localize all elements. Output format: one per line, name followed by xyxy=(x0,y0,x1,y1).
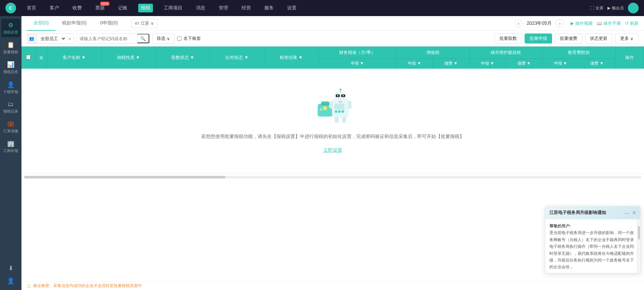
sidebar: ⚙ 报税设置 📋 批量报税 📊 报税总览 👤 个税申报 🗂 报税记录 💼 汇算清… xyxy=(0,16,21,290)
batch-fetch-button[interactable]: 批量取数 xyxy=(494,33,522,44)
next-month-button[interactable]: › xyxy=(556,19,564,27)
svg-rect-19 xyxy=(348,101,352,109)
filter-icon-11[interactable]: ▼ xyxy=(563,61,567,66)
manual-icon: 📖 xyxy=(597,21,602,26)
tab-zero-declare[interactable]: 0申报(0) xyxy=(93,16,124,31)
month-navigator: ‹ 2023年05月 › xyxy=(515,19,564,27)
th-city-pay: 缴费 ▼ xyxy=(506,59,542,69)
notification-title: 江苏电子税务局升级影响通知 xyxy=(549,210,625,216)
sidebar-item-batch-tax[interactable]: 📋 批量报税 xyxy=(1,39,20,57)
notification-scrollbar[interactable] xyxy=(637,219,640,273)
data-table: ⚙ 客户名称 ▼ 纳税性质 ▼ 取数状态 ▼ xyxy=(21,47,644,173)
th-city-construction: 城市维护建设税 xyxy=(469,47,542,59)
th-vat: 增值税 xyxy=(396,47,470,59)
notification-minimize-button[interactable]: — xyxy=(625,210,629,216)
nav-settings[interactable]: 设置 xyxy=(284,4,299,12)
filter-icon-8[interactable]: ▼ xyxy=(453,61,458,66)
region-icon: 🏷 xyxy=(135,21,139,26)
select-dropdown-icon: ∨ xyxy=(66,36,73,41)
employee-icon: 👥 xyxy=(27,34,37,43)
nav-invoice[interactable]: 票据 xyxy=(93,4,107,12)
filter-icon-7[interactable]: ▼ xyxy=(417,61,421,66)
sidebar-item-annual-report[interactable]: 🏢 工商年报 xyxy=(1,137,20,156)
svg-point-12 xyxy=(339,89,341,90)
sidebar-item-annual-settlement[interactable]: 💼 汇算清缴 xyxy=(1,118,20,136)
nav-client[interactable]: 客户 xyxy=(47,4,62,12)
search-input[interactable] xyxy=(77,36,137,41)
tax-settings-icon: ⚙ xyxy=(8,21,13,29)
horizontal-scrollbar[interactable] xyxy=(21,173,644,180)
refresh-link[interactable]: ↺ 刷新 xyxy=(625,20,639,26)
filter-button[interactable]: 筛选 ∨ xyxy=(152,33,174,44)
batch-declare-button[interactable]: 批量申报 xyxy=(525,33,552,44)
th-edu-declare: 申报 ▼ xyxy=(542,59,579,69)
filter-icon-10[interactable]: ▼ xyxy=(527,61,531,66)
th-tax-nature: 纳税性质 ▼ xyxy=(101,47,156,69)
tab-tax-declare[interactable]: 税款申报(0) xyxy=(55,16,93,31)
nav-home[interactable]: 首页 xyxy=(24,4,39,12)
nav-accounting[interactable]: 记账 xyxy=(115,4,130,12)
svg-rect-13 xyxy=(339,101,342,103)
notification-body: 尊敬的用户: 受当前电子税务局进一步升级的影响，同一个政务网账号（办税人）名下的… xyxy=(545,219,640,273)
status-update-button[interactable]: 状态更新 xyxy=(585,33,612,44)
video-icon: ▶ xyxy=(571,21,574,26)
account-checkbox[interactable] xyxy=(177,37,181,41)
toolbar: 👥 全部员工 ∨ 🔍 筛选 ∨ 名下账套 批量取 xyxy=(21,31,644,47)
user-avatar[interactable] xyxy=(628,3,639,13)
region-selector[interactable]: 🏷 江苏 ∨ xyxy=(131,19,158,28)
notification-close-button[interactable]: ✕ xyxy=(632,210,636,216)
nav-operations[interactable]: 经营 xyxy=(239,4,254,12)
nav-billing[interactable]: 收费 xyxy=(70,4,85,12)
th-fetch-status: 取数状态 ▼ xyxy=(156,47,210,69)
th-education-extra: 教育费附加 xyxy=(542,47,615,59)
notification-text: 受当前电子税务局进一步升级的影响，同一个政务网账号（办税人）名下的企业不能再同时… xyxy=(549,230,634,269)
search-button[interactable]: 🔍 xyxy=(137,34,149,43)
nav-tax[interactable]: 报税 xyxy=(138,4,153,12)
filter-icon-3[interactable]: ▼ xyxy=(190,55,194,60)
fullscreen-icon: ⛶ xyxy=(590,6,594,10)
refresh-icon: ↺ xyxy=(625,21,629,26)
member-icon: ▶ xyxy=(607,6,610,10)
nav-management[interactable]: 管理 xyxy=(216,4,231,12)
nav-service[interactable]: 服务 xyxy=(262,4,276,12)
filter-icon-12[interactable]: ▼ xyxy=(600,61,604,66)
svg-rect-14 xyxy=(334,103,344,110)
th-finance-declare: 申报 ▼ xyxy=(318,59,396,69)
filter-icon-5[interactable]: ▼ xyxy=(299,55,303,60)
filter-icon[interactable]: ▼ xyxy=(82,55,86,60)
filter-icon-9[interactable]: ▼ xyxy=(490,61,494,66)
nav-message[interactable]: 消息 xyxy=(193,4,208,12)
sidebar-item-personal-tax[interactable]: 👤 个税申报 xyxy=(1,78,20,97)
filter-icon-6[interactable]: ▼ xyxy=(360,61,364,66)
user-icon: 👤 xyxy=(7,277,14,285)
svg-rect-18 xyxy=(329,101,333,109)
filter-icon-2[interactable]: ▼ xyxy=(136,55,140,60)
annual-report-icon: 🏢 xyxy=(7,140,14,147)
tabs-bar: 全部(0) 税款申报(0) 0申报(0) 🏷 江苏 ∨ ‹ 2023年05月 ›… xyxy=(21,16,644,31)
setup-link[interactable]: 立即设置 xyxy=(323,147,342,153)
operation-manual-link[interactable]: 📖 操作手册 xyxy=(597,20,621,26)
tab-all[interactable]: 全部(0) xyxy=(27,16,55,31)
member-button[interactable]: ▶ 畅会员 xyxy=(607,5,624,11)
employee-select-group[interactable]: 👥 全部员工 ∨ xyxy=(27,33,74,44)
select-all-checkbox[interactable] xyxy=(26,55,31,59)
sidebar-item-tax-settings[interactable]: ⚙ 报税设置 xyxy=(1,19,20,37)
batch-pay-button[interactable]: 批量缴费 xyxy=(555,33,582,44)
more-button[interactable]: 更多 ∨ xyxy=(615,33,639,44)
sidebar-item-user[interactable]: 👤 xyxy=(1,275,20,287)
filter-icon-4[interactable]: ▼ xyxy=(244,55,249,60)
batch-tax-icon: 📋 xyxy=(7,41,14,49)
employee-select[interactable]: 全部员工 xyxy=(37,34,66,43)
prev-month-button[interactable]: ‹ xyxy=(515,19,523,27)
sidebar-item-tax-records[interactable]: 🗂 报税记录 xyxy=(1,98,20,116)
sidebar-item-download[interactable]: ⬇ xyxy=(1,262,20,275)
filter-chevron-icon: ∨ xyxy=(167,36,170,41)
th-settings: ⚙ xyxy=(35,47,47,69)
operation-video-link[interactable]: ▶ 操作视频 xyxy=(571,20,593,26)
sidebar-item-tax-overview[interactable]: 📊 报税总览 xyxy=(1,58,20,77)
settings-icon[interactable]: ⚙ xyxy=(39,55,43,60)
nav-business[interactable]: 工商项目 xyxy=(161,4,185,12)
fullscreen-button[interactable]: ⛶ 全屏 xyxy=(590,5,603,11)
checkbox-group: 名下账套 xyxy=(177,35,201,42)
account-checkbox-label: 名下账套 xyxy=(183,35,201,42)
